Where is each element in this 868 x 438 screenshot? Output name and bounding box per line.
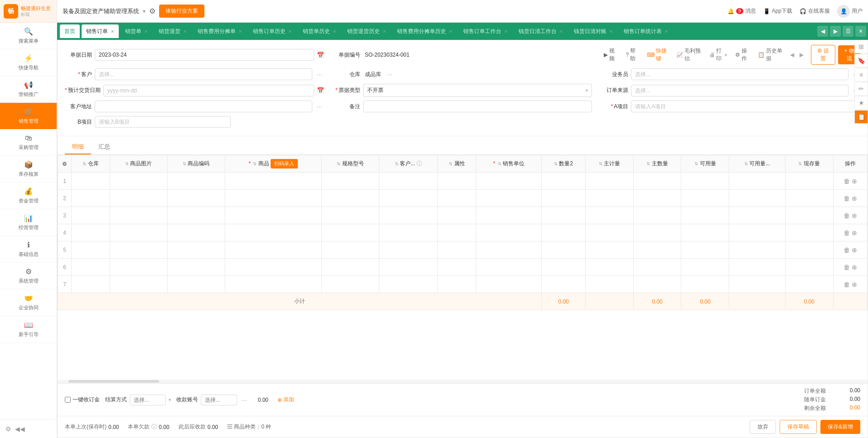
attribute-cell[interactable] xyxy=(438,241,476,259)
col-stock[interactable]: ⇅ 现存量 xyxy=(785,155,833,173)
delete-row-icon[interactable]: 🗑 xyxy=(844,264,850,271)
code-cell[interactable] xyxy=(167,241,225,259)
shortcut-button[interactable]: ⌨ 快捷键 xyxy=(644,46,671,63)
warehouse-cell[interactable] xyxy=(72,173,110,190)
customer-code-cell[interactable] xyxy=(379,207,437,224)
tab-close-icon[interactable]: ✕ xyxy=(449,29,452,34)
order-source-input[interactable] xyxy=(631,85,849,96)
spec-cell[interactable] xyxy=(321,173,379,190)
warehouse-dots-button[interactable]: ··· xyxy=(386,71,395,78)
tab-close-icon[interactable]: ✕ xyxy=(288,29,292,34)
tab-close-all-button[interactable]: ✕ xyxy=(855,26,866,37)
sales-unit-cell[interactable] xyxy=(476,259,541,276)
tab-order-workbench[interactable]: 销售订单工作台 ✕ xyxy=(459,24,512,38)
delete-row-icon[interactable]: 🗑 xyxy=(844,246,850,254)
sidebar-item-system[interactable]: ⚙ 系统管理 xyxy=(0,263,57,289)
discard-button[interactable]: 放弃 xyxy=(750,420,776,434)
attribute-cell[interactable] xyxy=(438,190,476,207)
right-panel-icon-1[interactable]: ⊞ xyxy=(854,40,868,53)
col-product[interactable]: ⇅ 商品 扫码录入 xyxy=(225,155,321,173)
app-download-item[interactable]: 📱 App下载 xyxy=(763,7,792,15)
a-project-input[interactable] xyxy=(631,101,860,112)
invoice-select[interactable]: 不开票 ▾ xyxy=(363,84,592,97)
warehouse-cell[interactable] xyxy=(72,207,110,224)
sidebar-item-inventory[interactable]: 📦 库存核算 xyxy=(0,156,57,183)
code-cell[interactable] xyxy=(167,259,225,276)
save-new-button[interactable]: 保存&新增 xyxy=(820,420,860,434)
code-cell[interactable] xyxy=(167,224,225,241)
delete-row-icon[interactable]: 🗑 xyxy=(844,212,850,219)
sales-unit-cell[interactable] xyxy=(476,190,541,207)
qty2-cell[interactable] xyxy=(542,276,586,293)
tab-close-icon[interactable]: ✕ xyxy=(238,29,242,34)
qty2-cell[interactable] xyxy=(542,207,586,224)
scroll-indicator[interactable] xyxy=(58,380,868,383)
sidebar-item-finance[interactable]: 💰 资金管理 xyxy=(0,183,57,209)
col-spec[interactable]: ⇅ 规格型号 xyxy=(321,155,379,173)
delete-row-icon[interactable]: 🗑 xyxy=(844,195,850,202)
warehouse-cell[interactable] xyxy=(72,276,110,293)
copy-row-icon[interactable]: ⊕ xyxy=(852,246,857,254)
sidebar-item-sales[interactable]: 🛒 销售管理 xyxy=(0,103,57,130)
tab-close-icon[interactable]: ✕ xyxy=(609,29,613,34)
product-cell[interactable] xyxy=(225,207,321,224)
tab-summary[interactable]: 汇总 xyxy=(91,140,117,154)
spec-cell[interactable] xyxy=(321,224,379,241)
code-cell[interactable] xyxy=(167,173,225,190)
print-button[interactable]: 🖨 打印 ▾ xyxy=(707,46,730,63)
tab-close-icon[interactable]: ✕ xyxy=(183,29,187,34)
tab-sales-fee-split[interactable]: 销售费用分摊单 ✕ xyxy=(193,24,247,38)
product-cell[interactable] xyxy=(225,276,321,293)
tab-daily-workbench[interactable]: 钱货日清工作台 ✕ xyxy=(514,24,567,38)
sidebar-item-base-info[interactable]: ℹ 基础信息 xyxy=(0,236,57,263)
customer-code-cell[interactable] xyxy=(379,224,437,241)
print-dropdown-icon[interactable]: ▾ xyxy=(725,53,727,58)
copy-row-icon[interactable]: ⊕ xyxy=(852,229,857,236)
customer-code-cell[interactable] xyxy=(379,190,437,207)
sales-unit-cell[interactable] xyxy=(476,241,541,259)
user-item[interactable]: 👤 用户 xyxy=(837,5,863,18)
tab-sales-return-history[interactable]: 销货退货历史 ✕ xyxy=(343,24,391,38)
tab-daily-reconcile[interactable]: 钱货日清对账 ✕ xyxy=(569,24,617,38)
delivery-calendar-icon[interactable]: 📅 xyxy=(317,87,324,94)
tab-home[interactable]: 首页 xyxy=(60,24,80,38)
tab-close-icon[interactable]: ✕ xyxy=(664,29,668,34)
tab-close-icon[interactable]: ✕ xyxy=(144,29,148,34)
main-unit-cell[interactable] xyxy=(585,190,633,207)
spec-cell[interactable] xyxy=(321,207,379,224)
main-unit-cell[interactable] xyxy=(585,276,633,293)
col-available2[interactable]: ⇅ 可用量... xyxy=(729,155,785,173)
col-image[interactable]: ⇅ 商品图片 xyxy=(110,155,167,173)
warehouse-cell[interactable] xyxy=(72,224,110,241)
customer-input[interactable] xyxy=(95,68,312,80)
main-unit-cell[interactable] xyxy=(585,173,633,190)
main-qty-cell[interactable] xyxy=(633,276,681,293)
sidebar-item-marketing[interactable]: 📢 营销推广 xyxy=(0,76,57,103)
tab-next-button[interactable]: ▶ xyxy=(830,26,841,37)
copy-row-icon[interactable]: ⊕ xyxy=(852,264,857,271)
data-table-container[interactable]: ⚙ ⇅ 仓库 ⇅ 商品图片 ⇅ 商品编码 xyxy=(58,155,868,380)
b-project-input[interactable] xyxy=(95,116,231,128)
tab-prev-button[interactable]: ◀ xyxy=(817,26,828,37)
delivery-input[interactable] xyxy=(103,85,314,96)
product-cell[interactable] xyxy=(225,224,321,241)
sales-unit-cell[interactable] xyxy=(476,224,541,241)
customer-dots-button[interactable]: ··· xyxy=(315,71,324,78)
view-video-button[interactable]: ▶ 视频 xyxy=(601,46,620,63)
spec-cell[interactable] xyxy=(321,259,379,276)
col-main-qty[interactable]: ⇅ 主数量 xyxy=(633,155,681,173)
account-dots-button[interactable]: ··· xyxy=(240,396,249,404)
attribute-cell[interactable] xyxy=(438,173,476,190)
profit-button[interactable]: 📈 毛利预估 xyxy=(674,46,704,63)
spec-cell[interactable] xyxy=(321,276,379,293)
header-gear-icon[interactable]: ⚙ xyxy=(149,7,155,15)
date-input[interactable] xyxy=(95,49,314,61)
col-warehouse[interactable]: ⇅ 仓库 xyxy=(72,155,110,173)
delete-row-icon[interactable]: 🗑 xyxy=(844,178,850,185)
sidebar-item-search[interactable]: 🔍 搜索菜单 xyxy=(0,23,57,49)
deposit-checkbox[interactable] xyxy=(65,397,71,403)
staff-input[interactable] xyxy=(631,68,849,80)
right-panel-icon-6[interactable]: 📋 xyxy=(854,110,868,124)
settings-col-icon[interactable]: ⚙ xyxy=(62,161,67,167)
product-cell[interactable] xyxy=(225,190,321,207)
